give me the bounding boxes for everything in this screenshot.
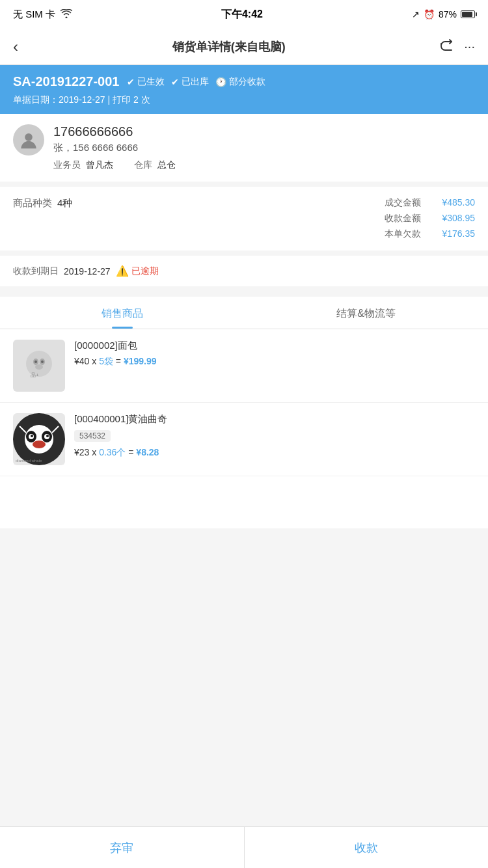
status-tag-partial: 🕐 部分收款 [215, 76, 265, 88]
overdue-text: 已逾期 [131, 265, 159, 277]
order-id: SA-20191227-001 [13, 74, 119, 89]
status-right: ↗ ⏰ 87% [412, 9, 475, 20]
product-info-2: [000400001]黄油曲奇 534532 ¥23 x 0.36个 = ¥8.… [74, 413, 475, 459]
amount-summary: 成交金额 ¥485.30 收款金额 ¥308.95 本单欠款 ¥176.35 [385, 197, 475, 240]
battery-icon [461, 10, 475, 18]
overdue-badge: ⚠️ 已逾期 [116, 265, 159, 277]
product-thumbnail-2: diamond whale [13, 413, 65, 465]
summary-section: 商品种类 4种 成交金额 ¥485.30 收款金额 ¥308.95 本单欠款 ¥… [0, 187, 488, 256]
deal-amount: 成交金额 ¥485.30 [385, 197, 475, 209]
status-time: 下午4:42 [221, 8, 263, 21]
back-button[interactable]: ‹ [13, 38, 18, 56]
wifi-icon [61, 9, 72, 20]
svg-point-14 [31, 435, 33, 437]
status-bar: 无 SIM 卡 下午4:42 ↗ ⏰ 87% [0, 0, 488, 29]
customer-info: 17666666666 张，156 6666 6666 业务员 曾凡杰 仓库 总… [53, 124, 475, 171]
nav-actions: ··· [439, 38, 475, 55]
svg-point-4 [34, 360, 37, 363]
status-tag-shipped: ✔ 已出库 [171, 76, 209, 88]
cancel-review-button[interactable]: 弃审 [0, 827, 245, 868]
svg-point-5 [41, 360, 44, 363]
clock-icon: 🕐 [215, 77, 226, 87]
summary-row: 商品种类 4种 成交金额 ¥485.30 收款金额 ¥308.95 本单欠款 ¥… [13, 197, 475, 240]
avatar [13, 124, 44, 156]
product-item-2: diamond whale [000400001]黄油曲奇 534532 ¥23… [0, 403, 488, 476]
svg-point-1 [26, 351, 52, 377]
battery-percent: 87% [439, 9, 457, 20]
svg-point-6 [35, 364, 43, 370]
customer-name: 17666666666 [53, 124, 475, 139]
product-name-2: [000400001]黄油曲奇 [74, 413, 475, 426]
owed-amount: 本单欠款 ¥176.35 [385, 228, 475, 240]
share-icon[interactable] [439, 38, 454, 55]
page-title: 销货单详情(来自电脑) [172, 39, 286, 55]
product-badge-2: 534532 [74, 430, 111, 442]
tab-settlement[interactable]: 结算&物流等 [244, 297, 488, 329]
customer-phone: 张，156 6666 6666 [53, 142, 475, 154]
overdue-icon: ⚠️ [116, 265, 129, 277]
tabs-section: 销售商品 结算&物流等 [0, 297, 488, 329]
order-tags: ✔ 已生效 ✔ 已出库 🕐 部分收款 [127, 76, 265, 88]
product-item: 品+ [0000002]面包 ¥40 x 5袋 = ¥199.99 [0, 329, 488, 403]
customer-section: 17666666666 张，156 6666 6666 业务员 曾凡杰 仓库 总… [0, 114, 488, 187]
product-image-placeholder: 品+ [23, 347, 55, 385]
received-amount: 收款金额 ¥308.95 [385, 213, 475, 224]
location-icon: ↗ [412, 9, 420, 20]
tab-products[interactable]: 销售商品 [0, 297, 244, 329]
products-section: 品+ [0000002]面包 ¥40 x 5袋 = ¥199.99 [0, 329, 488, 528]
order-date: 单据日期：2019-12-27 | 打印 2 次 [13, 94, 475, 106]
warehouse: 仓库 总仓 [134, 159, 176, 171]
collect-payment-button[interactable]: 收款 [245, 827, 489, 868]
sales-person: 业务员 曾凡杰 [53, 159, 113, 171]
product-thumbnail-1: 品+ [13, 340, 65, 392]
status-tag-active: ✔ 已生效 [127, 76, 165, 88]
svg-point-0 [25, 133, 33, 141]
product-price-2: ¥23 x 0.36个 = ¥8.28 [74, 447, 475, 459]
product-info-1: [0000002]面包 ¥40 x 5袋 = ¥199.99 [74, 340, 475, 368]
order-header: SA-20191227-001 ✔ 已生效 ✔ 已出库 🕐 部分收款 单据日期：… [0, 65, 488, 114]
product-name-1: [0000002]面包 [74, 340, 475, 352]
nav-bar: ‹ 销货单详情(来自电脑) ··· [0, 29, 488, 65]
customer-meta: 业务员 曾凡杰 仓库 总仓 [53, 159, 475, 171]
check-icon-active: ✔ [127, 77, 135, 87]
category-count: 商品种类 4种 [13, 197, 72, 210]
check-icon-shipped: ✔ [171, 77, 179, 87]
svg-point-15 [46, 435, 49, 437]
svg-point-16 [33, 441, 46, 448]
due-section: 收款到期日 2019-12-27 ⚠️ 已逾期 [0, 256, 488, 292]
status-left: 无 SIM 卡 [13, 8, 72, 21]
no-sim-text: 无 SIM 卡 [13, 8, 55, 21]
svg-text:diamond whale: diamond whale [16, 459, 42, 463]
svg-text:品+: 品+ [31, 372, 39, 378]
alarm-icon: ⏰ [424, 9, 435, 20]
scroll-space [0, 476, 488, 528]
bottom-bar: 弃审 收款 [0, 826, 488, 868]
more-icon[interactable]: ··· [464, 39, 475, 54]
product-price-1: ¥40 x 5袋 = ¥199.99 [74, 356, 475, 368]
